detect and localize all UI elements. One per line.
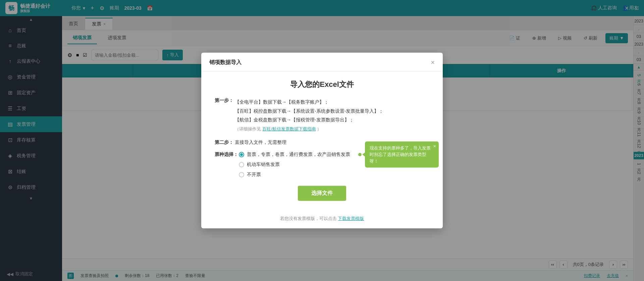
radio-motor-row: 机动车销售发票: [239, 162, 362, 168]
step1-row: 第一步： 【全电平台】数据下载→【税务数字账户】； 【百旺】税控盘数据下载→【系…: [215, 98, 429, 133]
modal: 销项数据导入 × 导入您的Excel文件 第一步： 【全电平台】数据下载→【税务…: [201, 53, 443, 228]
step1-section: 第一步： 【全电平台】数据下载→【税务数字账户】； 【百旺】税控盘数据下载→【系…: [215, 98, 429, 133]
select-file-btn[interactable]: 选择文件: [298, 186, 346, 201]
modal-overlay: 销项数据导入 × 导入您的Excel文件 第一步： 【全电平台】数据下载→【税务…: [0, 0, 644, 281]
step1-guide-link[interactable]: 百旺/航信发票数据下载指南: [262, 126, 316, 131]
radio-normal-label: 普票，专票，卷票，通行费发票，农产品销售发票: [247, 152, 350, 158]
radio-no-ticket-label: 不开票: [247, 172, 261, 178]
radio-normal-row: 普票，专票，卷票，通行费发票，农产品销售发票 × 现在支持的票种多了，导入发票时…: [239, 152, 362, 158]
radio-group: 普票，专票，卷票，通行费发票，农产品销售发票 × 现在支持的票种多了，导入发票时…: [239, 152, 362, 178]
radio-motor-label: 机动车销售发票: [247, 162, 280, 168]
step2-content: 直接导入文件，无需整理: [235, 139, 286, 146]
step2-label: 第二步：: [215, 139, 235, 146]
radio-motor[interactable]: [239, 162, 244, 167]
tooltip-text: 现在支持的票种多了，导入发票时别忘了选择正确的发票类型呀！: [370, 145, 431, 163]
modal-header: 销项数据导入 ×: [201, 53, 443, 71]
modal-footer: 若您没有发票模版，可以点击 下载发票模版: [201, 212, 443, 228]
footer-text: 若您没有发票模版，可以点击: [280, 216, 337, 221]
ticket-label: 票种选择：: [215, 152, 239, 158]
radio-normal[interactable]: [239, 152, 244, 157]
tooltip-arrow: [362, 153, 365, 157]
radio-no-ticket[interactable]: [239, 172, 244, 177]
download-template-link[interactable]: 下载发票模版: [338, 216, 364, 221]
tooltip-close-btn[interactable]: ×: [433, 143, 436, 150]
tooltip-dot: [358, 153, 362, 156]
radio-no-ticket-row: 不开票: [239, 172, 362, 178]
step1-label: 第一步：: [215, 98, 235, 133]
step1-content: 【全电平台】数据下载→【税务数字账户】； 【百旺】税控盘数据下载→【系统设置-系…: [235, 98, 383, 133]
step1-line3: 【航信】金税盘数据下载→【报税管理-发票数据导出】；: [235, 115, 383, 124]
step1-line2: 【百旺】税控盘数据下载→【系统设置-系统参数设置-发票批量导入】；: [235, 107, 383, 116]
modal-title: 销项数据导入: [209, 59, 241, 66]
modal-close-btn[interactable]: ×: [431, 59, 435, 66]
step1-line1: 【全电平台】数据下载→【税务数字账户】；: [235, 98, 383, 107]
tooltip-container: × 现在支持的票种多了，导入发票时别忘了选择正确的发票类型呀！: [358, 152, 362, 157]
tooltip-box: × 现在支持的票种多了，导入发票时别忘了选择正确的发票类型呀！: [365, 141, 439, 168]
ticket-section: 票种选择： 普票，专票，卷票，通行费发票，农产品销售发票 × 现: [215, 152, 429, 178]
modal-main-title: 导入您的Excel文件: [215, 79, 429, 90]
step1-hint: （详细操作见 百旺/航信发票数据下载指南 ）: [235, 124, 383, 133]
modal-body: 导入您的Excel文件 第一步： 【全电平台】数据下载→【税务数字账户】； 【百…: [201, 71, 443, 211]
